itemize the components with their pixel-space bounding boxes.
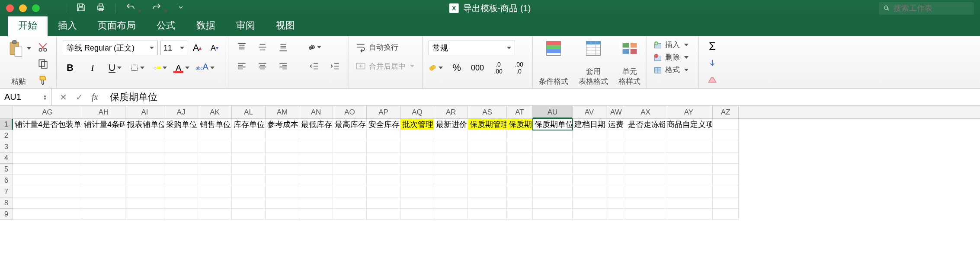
cell-AU9[interactable] <box>533 209 573 220</box>
cell-AQ4[interactable] <box>400 153 434 164</box>
cell-AQ3[interactable] <box>400 141 434 153</box>
font-size-select[interactable]: 11 <box>160 41 187 55</box>
cell-AH5[interactable] <box>82 164 125 175</box>
align-center-button[interactable] <box>255 60 270 73</box>
column-header-AN[interactable]: AN <box>299 106 333 118</box>
cell-AS4[interactable] <box>468 153 507 164</box>
cell-AW3[interactable] <box>606 141 626 153</box>
cell-AW2[interactable] <box>606 130 626 141</box>
cell-AV9[interactable] <box>573 209 606 220</box>
cell-AR4[interactable] <box>434 153 468 164</box>
select-all-corner[interactable] <box>0 106 13 118</box>
cell-AW1[interactable]: 运费 <box>606 119 626 130</box>
cell-AY6[interactable] <box>665 175 713 186</box>
cell-AR3[interactable] <box>434 141 468 153</box>
column-header-AI[interactable]: AI <box>125 106 164 118</box>
cell-AJ4[interactable] <box>164 153 198 164</box>
cell-AT2[interactable] <box>507 130 533 141</box>
cell-AY1[interactable]: 商品自定义项 <box>665 119 713 130</box>
cell-AS9[interactable] <box>468 209 507 220</box>
cell-AT3[interactable] <box>507 141 533 153</box>
enter-formula-icon[interactable]: ✓ <box>76 92 83 102</box>
font-name-select[interactable]: 等线 Regular (正文) <box>63 41 158 55</box>
align-left-button[interactable] <box>234 60 249 73</box>
cell-AP1[interactable]: 安全库存 <box>367 119 400 130</box>
column-header-AS[interactable]: AS <box>468 106 507 118</box>
cell-AS7[interactable] <box>468 186 507 197</box>
cell-AL4[interactable] <box>232 153 266 164</box>
cell-AH7[interactable] <box>82 186 125 197</box>
cell-AM2[interactable] <box>266 130 299 141</box>
cell-styles-button[interactable]: 单元 格样式 <box>618 39 641 86</box>
cell-AH9[interactable] <box>82 209 125 220</box>
cell-AL2[interactable] <box>232 130 266 141</box>
column-header-AX[interactable]: AX <box>626 106 665 118</box>
cell-AL1[interactable]: 库存单位 <box>232 119 266 130</box>
font-color-button[interactable]: A <box>175 61 190 74</box>
cell-AM3[interactable] <box>266 141 299 153</box>
cell-AX3[interactable] <box>626 141 665 153</box>
cell-AL5[interactable] <box>232 164 266 175</box>
cell-AT6[interactable] <box>507 175 533 186</box>
search-input[interactable] <box>894 4 970 13</box>
cell-AO4[interactable] <box>333 153 367 164</box>
cell-AP2[interactable] <box>367 130 400 141</box>
autosum-button[interactable]: Σ <box>705 40 720 53</box>
cell-AK9[interactable] <box>198 209 232 220</box>
cell-AM4[interactable] <box>266 153 299 164</box>
cell-AZ2[interactable] <box>713 130 739 141</box>
cell-AQ8[interactable] <box>400 197 434 209</box>
cell-AS2[interactable] <box>468 130 507 141</box>
column-header-AG[interactable]: AG <box>13 106 82 118</box>
name-box[interactable]: AU1 ▲▼ <box>0 89 52 105</box>
cell-AZ8[interactable] <box>713 197 739 209</box>
cell-AZ5[interactable] <box>713 164 739 175</box>
row-header-2[interactable]: 2 <box>0 130 13 141</box>
phonetic-button[interactable]: abcA <box>198 61 212 74</box>
cell-AM7[interactable] <box>266 186 299 197</box>
cell-AR2[interactable] <box>434 130 468 141</box>
cell-AG6[interactable] <box>13 175 82 186</box>
cell-AM5[interactable] <box>266 164 299 175</box>
cut-button[interactable] <box>35 41 50 54</box>
tab-审阅[interactable]: 审阅 <box>226 16 266 36</box>
cell-AU6[interactable] <box>533 175 573 186</box>
paste-button[interactable] <box>6 39 31 58</box>
cell-AH4[interactable] <box>82 153 125 164</box>
cell-AV1[interactable]: 建档日期 <box>573 119 606 130</box>
cell-AH6[interactable] <box>82 175 125 186</box>
decrease-font-button[interactable]: A▾ <box>207 41 222 54</box>
cell-AP5[interactable] <box>367 164 400 175</box>
cell-AQ5[interactable] <box>400 164 434 175</box>
cell-AG1[interactable]: 辅计量4是否包装单位 <box>13 119 82 130</box>
cell-AY9[interactable] <box>665 209 713 220</box>
cell-AK7[interactable] <box>198 186 232 197</box>
cell-AK6[interactable] <box>198 175 232 186</box>
cell-AU7[interactable] <box>533 186 573 197</box>
cell-AW8[interactable] <box>606 197 626 209</box>
cell-AV7[interactable] <box>573 186 606 197</box>
cell-AX6[interactable] <box>626 175 665 186</box>
copy-button[interactable] <box>35 57 50 70</box>
cell-AS6[interactable] <box>468 175 507 186</box>
row-header-9[interactable]: 9 <box>0 209 13 220</box>
cell-AI6[interactable] <box>125 175 164 186</box>
cell-AV4[interactable] <box>573 153 606 164</box>
borders-button[interactable] <box>130 61 145 74</box>
cell-AO2[interactable] <box>333 130 367 141</box>
cell-AX4[interactable] <box>626 153 665 164</box>
cell-AL7[interactable] <box>232 186 266 197</box>
cell-AX5[interactable] <box>626 164 665 175</box>
insert-cells-button[interactable]: 插入 <box>653 40 689 50</box>
cell-AJ6[interactable] <box>164 175 198 186</box>
cell-AL9[interactable] <box>232 209 266 220</box>
cell-AN1[interactable]: 最低库存 <box>299 119 333 130</box>
cell-AV6[interactable] <box>573 175 606 186</box>
tab-插入[interactable]: 插入 <box>48 16 87 36</box>
row-header-3[interactable]: 3 <box>0 141 13 153</box>
cell-AI4[interactable] <box>125 153 164 164</box>
increase-decimal-button[interactable]: .0.00 <box>491 61 506 74</box>
column-header-AP[interactable]: AP <box>367 106 400 118</box>
cell-AS1[interactable]: 保质期管理 <box>468 119 507 130</box>
print-icon[interactable] <box>96 2 106 15</box>
